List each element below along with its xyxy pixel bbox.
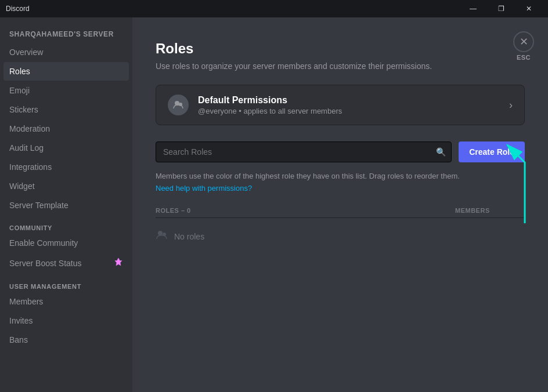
sidebar-item-integrations[interactable]: Integrations [3, 158, 129, 176]
perm-subtitle: @everyone • applies to all server member… [198, 107, 509, 115]
search-row: 🔍 Create Role [156, 141, 525, 162]
sidebar-item-label: Server Boost Status [9, 259, 82, 268]
sidebar-section-user-management: USER MANAGEMENT [3, 274, 129, 292]
info-text: Members use the color of the highest rol… [156, 172, 525, 180]
sidebar-item-bans[interactable]: Bans [3, 331, 129, 349]
page-subtitle: Use roles to organize your server member… [156, 61, 525, 71]
members-column-header: MEMBERS [455, 207, 525, 214]
sidebar-item-label: Integrations [9, 162, 52, 172]
esc-circle: ✕ [513, 31, 534, 52]
boost-icon [114, 257, 123, 268]
no-roles-row: No roles [156, 218, 525, 255]
page-title: Roles [156, 41, 525, 57]
sidebar-item-label: Stickers [9, 105, 38, 114]
server-name: SHARQAHAMEED'S SERVER [3, 27, 129, 43]
sidebar-item-label: Overview [9, 48, 43, 57]
sidebar-item-label: Bans [9, 335, 28, 344]
sidebar-item-label: Emoji [9, 86, 30, 95]
svg-point-2 [158, 231, 163, 235]
search-icon: 🔍 [436, 147, 446, 157]
maximize-button[interactable]: ❐ [488, 0, 514, 17]
sidebar-item-label: Enable Community [9, 238, 78, 248]
sidebar-item-invites[interactable]: Invites [3, 311, 129, 330]
window-controls: — ❐ ✕ [460, 0, 542, 17]
sidebar-item-stickers[interactable]: Stickers [3, 100, 129, 119]
close-button[interactable]: ✕ [515, 0, 542, 17]
sidebar-item-overview[interactable]: Overview [3, 43, 129, 61]
sidebar-item-label: Audit Log [9, 143, 44, 153]
sidebar-item-server-boost-status[interactable]: Server Boost Status [3, 253, 129, 273]
sidebar-item-emoji[interactable]: Emoji [3, 81, 129, 100]
title-bar-left: Discord [6, 5, 30, 13]
esc-button[interactable]: ✕ ESC [513, 31, 534, 61]
help-link[interactable]: Need help with permissions? [156, 184, 252, 193]
main-content: ✕ ESC Roles Use roles to organize your s… [132, 17, 548, 392]
sidebar-item-label: Moderation [9, 124, 50, 133]
no-roles-text: No roles [174, 232, 204, 241]
perm-info: Default Permissions @everyone • applies … [198, 95, 509, 115]
chevron-right-icon: › [509, 99, 513, 111]
search-input[interactable] [156, 141, 452, 162]
sidebar-section-community: COMMUNITY [3, 215, 129, 234]
sidebar-item-members[interactable]: Members [3, 292, 129, 311]
sidebar-item-audit-log[interactable]: Audit Log [3, 139, 129, 157]
minimize-button[interactable]: — [460, 0, 486, 17]
esc-label: ESC [517, 54, 531, 61]
search-wrapper: 🔍 [156, 141, 452, 162]
sidebar-item-label: Members [9, 297, 43, 306]
perm-title: Default Permissions [198, 95, 509, 106]
sidebar: SHARQAHAMEED'S SERVER Overview Roles Emo… [0, 17, 132, 392]
sidebar-item-widget[interactable]: Widget [3, 177, 129, 195]
sidebar-item-label: Widget [9, 182, 35, 191]
sidebar-item-roles[interactable]: Roles [3, 62, 129, 81]
title-bar: Discord — ❐ ✕ [0, 0, 548, 17]
app-title: Discord [6, 5, 30, 13]
no-roles-icon [156, 228, 168, 244]
sidebar-item-server-template[interactable]: Server Template [3, 196, 129, 215]
app-body: SHARQAHAMEED'S SERVER Overview Roles Emo… [0, 17, 548, 392]
default-permissions-card[interactable]: Default Permissions @everyone • applies … [156, 85, 525, 125]
sidebar-item-label: Server Template [9, 201, 68, 210]
permissions-icon [168, 95, 189, 115]
roles-table-header: ROLES – 0 MEMBERS [156, 202, 525, 218]
sidebar-item-enable-community[interactable]: Enable Community [3, 234, 129, 252]
sidebar-item-label: Invites [9, 316, 33, 325]
roles-column-header: ROLES – 0 [156, 207, 455, 214]
sidebar-item-label: Roles [9, 67, 30, 76]
sidebar-item-moderation[interactable]: Moderation [3, 119, 129, 138]
create-role-button[interactable]: Create Role [459, 141, 525, 162]
